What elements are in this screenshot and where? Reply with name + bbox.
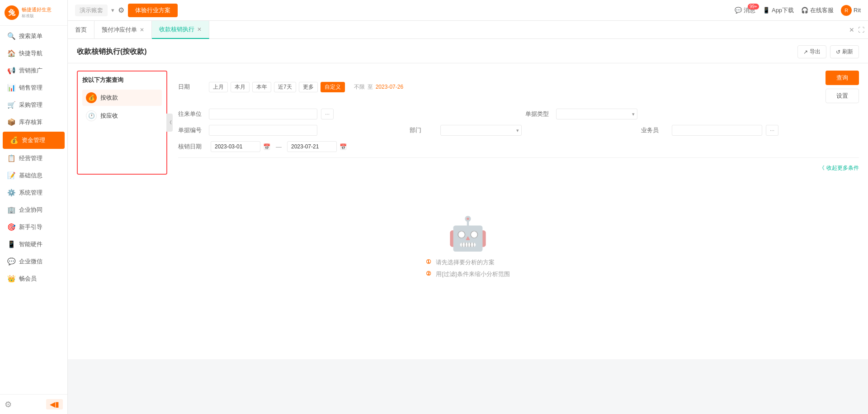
filter-row-3: 单据编号 部门 业务员 ··· (178, 125, 859, 136)
search-icon: 🔍 (7, 32, 15, 40)
solution-button[interactable]: 体验行业方案 (128, 4, 178, 17)
date-this-year[interactable]: 本年 (252, 82, 271, 92)
sidebar-item-guide[interactable]: 🎯 新手引导 (0, 219, 67, 236)
sidebar-item-operations[interactable]: 📋 经营管理 (0, 150, 67, 167)
tab-receivables-label: 收款核销执行 (159, 25, 194, 33)
empty-hint-1: ① 请先选择要分析的方案 (426, 258, 495, 266)
collapse-sidebar-btn[interactable]: ◀▮ (46, 399, 63, 409)
date-last-7-days[interactable]: 近7天 (274, 82, 296, 92)
tab-prepay-close[interactable]: ✕ (140, 27, 144, 33)
doc-number-input[interactable] (209, 125, 317, 136)
export-button[interactable]: ↗ 导出 (797, 45, 826, 58)
doc-number-filter: 单据编号 (178, 125, 396, 136)
tabs-actions: ✕ ⛶ (845, 26, 868, 33)
sidebar-item-label: 库存核算 (19, 118, 42, 126)
date-last-month[interactable]: 上月 (209, 82, 228, 92)
sidebar-item-member[interactable]: 👑 畅会员 (0, 270, 67, 287)
close-tab-icon[interactable]: ✕ (849, 26, 854, 33)
query-option-by-receipt[interactable]: 💰 按收款 (82, 90, 162, 106)
sidebar-item-finance[interactable]: 💰 资金管理 (3, 132, 65, 149)
collapse-more-row: 《 收起更多条件 (178, 157, 859, 175)
online-service-button[interactable]: 🎧 在线客服 (801, 6, 834, 14)
date-this-month[interactable]: 本月 (231, 82, 250, 92)
writeoff-date-label: 核销日期 (178, 143, 205, 151)
sidebar-item-purchase[interactable]: 🛒 采购管理 (0, 96, 67, 114)
dept-filter: 部门 (410, 125, 627, 136)
logo-badge: 标准版 (22, 13, 52, 19)
user-profile[interactable]: R Rit (841, 5, 861, 16)
writeoff-date-end-group: 📅 (287, 141, 347, 152)
staff-ellipsis[interactable]: ··· (766, 125, 778, 136)
member-icon: 👑 (7, 275, 15, 283)
doc-type-select[interactable] (556, 109, 637, 119)
sidebar-item-quick-nav[interactable]: 🏠 快捷导航 (0, 45, 67, 62)
collapse-panel-btn[interactable]: 《 (166, 114, 173, 132)
tab-receivables-close[interactable]: ✕ (197, 26, 202, 33)
sidebar-item-enterprise[interactable]: 🏢 企业协同 (0, 201, 67, 219)
chevron-down-icon[interactable]: ▾ (111, 7, 114, 14)
settings-icon[interactable]: ⚙ (118, 6, 124, 14)
mobile-icon: 📱 (763, 7, 770, 14)
sidebar-item-label: 销售管理 (19, 84, 42, 92)
query-panel-title: 按以下方案查询 (82, 76, 162, 84)
messages-button[interactable]: 💬 消息 99+ (735, 6, 755, 14)
sidebar-item-basic-info[interactable]: 📝 基础信息 (0, 167, 67, 184)
date-custom[interactable]: 自定义 (321, 82, 345, 92)
app-download-button[interactable]: 📱 App下载 (763, 6, 794, 14)
enterprise-icon: 🏢 (7, 206, 15, 214)
inventory-icon: 📦 (7, 118, 15, 126)
dept-label: 部门 (410, 126, 437, 134)
date-more[interactable]: 更多 (299, 82, 318, 92)
username: Rit (854, 7, 861, 14)
tabs-bar: 首页 预付冲应付单 ✕ 收款核销执行 ✕ ✕ ⛶ (68, 21, 868, 39)
query-button[interactable]: 查询 (826, 71, 859, 85)
sidebar-item-label: 搜索菜单 (19, 32, 42, 40)
topbar-right: 💬 消息 99+ 📱 App下载 🎧 在线客服 R Rit (735, 5, 861, 16)
dept-select-wrapper (440, 125, 522, 136)
staff-input[interactable] (672, 125, 762, 136)
purchase-icon: 🛒 (7, 101, 15, 109)
refresh-button[interactable]: ↺ 刷新 (830, 45, 859, 58)
query-panel: 按以下方案查询 💰 按收款 🕐 按应收 《 (77, 71, 167, 175)
counterpart-filter: 往来单位 ··· (178, 109, 512, 119)
writeoff-date-start-input[interactable] (211, 141, 260, 152)
counterpart-input[interactable] (209, 109, 317, 119)
logo-text: 畅捷通好生意 (22, 6, 52, 13)
tab-prepay[interactable]: 预付冲应付单 ✕ (94, 21, 152, 39)
sidebar-item-hardware[interactable]: 📱 智能硬件 (0, 236, 67, 253)
operations-icon: 📋 (7, 154, 15, 162)
query-actions: 查询 设置 (826, 71, 859, 103)
settings-gear-icon[interactable]: ⚙ (5, 400, 12, 409)
basic-info-icon: 📝 (7, 171, 15, 180)
sidebar-item-marketing[interactable]: 📢 营销推广 (0, 62, 67, 79)
date-quick-options: 上月 本月 本年 近7天 更多 自定义 (209, 82, 345, 92)
company-name: 演示账套 (75, 5, 108, 16)
collapse-more-btn[interactable]: 《 收起更多条件 (819, 162, 859, 175)
sidebar-item-label: 快捷导航 (19, 49, 42, 57)
sidebar-item-inventory[interactable]: 📦 库存核算 (0, 114, 67, 131)
sidebar-item-system[interactable]: ⚙️ 系统管理 (0, 184, 67, 201)
sidebar-item-wechat[interactable]: 💬 企业微信 (0, 253, 67, 270)
writeoff-date-end-input[interactable] (287, 141, 337, 152)
counterpart-ellipsis[interactable]: ··· (321, 109, 334, 119)
tab-home[interactable]: 首页 (68, 21, 94, 39)
tab-receivables[interactable]: 收款核销执行 ✕ (152, 21, 209, 39)
expand-tab-icon[interactable]: ⛶ (858, 26, 864, 33)
home-icon: 🏠 (7, 49, 15, 57)
date-filter: 日期 上月 本月 本年 近7天 更多 自定义 (178, 82, 345, 92)
sidebar: 兔 畅捷通好生意 标准版 🔍 搜索菜单 🏠 快捷导航 📢 营销推广 📊 销售管理… (0, 0, 68, 414)
sidebar-item-search[interactable]: 🔍 搜索菜单 (0, 28, 67, 45)
sidebar-item-label: 企业协同 (19, 206, 42, 214)
calendar-end-icon[interactable]: 📅 (340, 143, 347, 150)
calendar-start-icon[interactable]: 📅 (263, 143, 270, 150)
sidebar-item-label: 基础信息 (19, 171, 42, 180)
setting-button[interactable]: 设置 (826, 89, 859, 103)
dept-select[interactable] (440, 125, 522, 136)
sidebar-item-sales[interactable]: 📊 销售管理 (0, 79, 67, 96)
empty-hints: ① 请先选择要分析的方案 ② 用[过滤]条件来缩小分析范围 (426, 258, 509, 278)
query-option-by-receivable[interactable]: 🕐 按应收 (82, 108, 162, 124)
guide-icon: 🎯 (7, 223, 15, 231)
query-option-receivable-label: 按应收 (100, 112, 118, 120)
receivable-icon: 🕐 (86, 110, 97, 121)
empty-hint-2: ② 用[过滤]条件来缩小分析范围 (426, 270, 509, 278)
